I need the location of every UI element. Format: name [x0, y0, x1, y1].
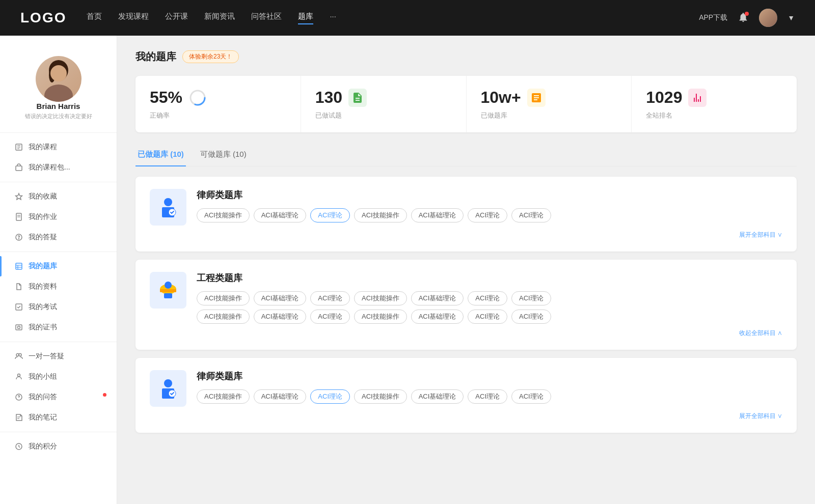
bank-tag[interactable]: ACI基础理论 [254, 310, 307, 324]
bell-button[interactable] [738, 12, 749, 24]
bank-2-name: 律师类题库 [197, 370, 782, 382]
bank-tag[interactable]: ACI理论 [468, 291, 507, 305]
rank-label: 全站排名 [646, 111, 782, 120]
sidebar-divider-2 [0, 251, 117, 252]
sidebar-item-profile[interactable]: 我的资料 [0, 276, 117, 297]
user-chevron-icon[interactable]: ▼ [787, 14, 795, 22]
sidebar-item-qa[interactable]: 我的答疑 [0, 227, 117, 247]
bank-icon [14, 262, 23, 271]
sidebar-item-my-qa[interactable]: 我的问答 [0, 387, 117, 407]
done-value: 130 [315, 88, 342, 107]
sidebar-item-cert[interactable]: 我的证书 [0, 317, 117, 338]
file-icon [14, 282, 23, 291]
accuracy-label: 正确率 [150, 111, 286, 120]
main-content: 我的题库 体验剩余23天！ 55% 正确率 [117, 36, 815, 504]
star-icon [14, 192, 23, 201]
tab-available[interactable]: 可做题库 (10) [198, 145, 249, 166]
bank-2-expand[interactable]: 展开全部科目 ∨ [739, 412, 782, 421]
bank-tag[interactable]: ACI理论 [511, 208, 551, 222]
sidebar-item-bank[interactable]: 我的题库 [0, 256, 117, 276]
sidebar-profile: Brian Harris 错误的决定比没有决定要好 [0, 48, 117, 133]
bank-tag[interactable]: ACI技能操作 [354, 310, 407, 324]
nav-discover[interactable]: 发现课程 [118, 12, 149, 24]
rank-value: 1029 [646, 88, 682, 107]
svg-point-38 [165, 282, 172, 289]
bank-card-2: 律师类题库 ACI技能操作 ACI基础理论 ACI理论 ACI技能操作 ACI基… [135, 358, 797, 433]
sidebar-item-homework[interactable]: 我的作业 [0, 207, 117, 227]
sidebar-item-package[interactable]: 我的课程包... [0, 157, 117, 178]
bank-tag[interactable]: ACI理论 [468, 208, 507, 222]
svg-rect-36 [160, 289, 176, 292]
user-name: Brian Harris [37, 102, 80, 110]
bank-tag[interactable]: ACI理论 [468, 389, 507, 404]
rank-icon [688, 89, 707, 107]
bank-0-expand[interactable]: 展开全部科目 ∨ [739, 231, 782, 239]
tab-done[interactable]: 已做题库 (10) [135, 145, 186, 166]
sidebar-item-course[interactable]: 我的课程 [0, 137, 117, 157]
sidebar-item-one-one[interactable]: 一对一答疑 [0, 346, 117, 367]
app-download[interactable]: APP下载 [699, 13, 727, 22]
svg-rect-37 [164, 293, 172, 298]
nav-open[interactable]: 公开课 [165, 12, 188, 24]
bank-tag[interactable]: ACI理论 [468, 310, 507, 324]
bank-tag[interactable]: ACI理论 [511, 389, 551, 404]
svg-point-24 [19, 354, 21, 356]
pie-icon [188, 89, 207, 107]
user-motto: 错误的决定比没有决定要好 [17, 113, 100, 120]
bank-tag[interactable]: ACI基础理论 [411, 310, 464, 324]
nav-home[interactable]: 首页 [87, 12, 102, 24]
cert-icon [14, 323, 23, 332]
sidebar-item-exam[interactable]: 我的考试 [0, 297, 117, 317]
user-avatar[interactable] [759, 9, 777, 27]
sidebar-item-group[interactable]: 我的小组 [0, 367, 117, 387]
bank-tag[interactable]: ACI基础理论 [254, 389, 307, 404]
bank-tag[interactable]: ACI基础理论 [254, 291, 307, 305]
bank-tag[interactable]: ACI技能操作 [354, 208, 407, 222]
bank-tag[interactable]: ACI技能操作 [197, 389, 250, 404]
stat-done: 130 已做试题 [301, 76, 467, 132]
stats-row: 55% 正确率 130 [135, 76, 797, 132]
navbar: LOGO 首页 发现课程 公开课 新闻资讯 问答社区 题库 ··· APP下载 … [0, 0, 815, 36]
nav-more[interactable]: ··· [330, 12, 336, 24]
bank-tag[interactable]: ACI技能操作 [197, 208, 250, 222]
list-icon [527, 89, 546, 107]
page-title: 我的题库 [135, 50, 176, 64]
stat-rank: 1029 全站排名 [632, 76, 797, 132]
bank-tag[interactable]: ACI技能操作 [354, 291, 407, 305]
bank-tag[interactable]: ACI技能操作 [354, 389, 407, 404]
nav-news[interactable]: 新闻资讯 [204, 12, 235, 24]
bank-tag[interactable]: ACI理论 [310, 310, 350, 324]
sidebar-item-points[interactable]: 我的积分 [0, 436, 117, 457]
svg-rect-16 [16, 263, 22, 269]
svg-point-32 [164, 198, 172, 206]
bank-tag-active[interactable]: ACI理论 [310, 389, 350, 404]
sidebar-item-favorites[interactable]: 我的收藏 [0, 186, 117, 207]
nav-bank[interactable]: 题库 [298, 12, 313, 24]
bank-tag[interactable]: ACI理论 [511, 291, 551, 305]
svg-point-22 [18, 326, 20, 329]
bank-1-collapse[interactable]: 收起全部科目 ∧ [739, 329, 782, 338]
bank-tag[interactable]: ACI技能操作 [197, 310, 250, 324]
sidebar-item-notes[interactable]: 我的笔记 [0, 407, 117, 428]
package-icon [14, 163, 23, 172]
stat-banks: 10w+ 已做题库 [467, 76, 632, 132]
bank-0-tags: ACI技能操作 ACI基础理论 ACI理论 ACI技能操作 ACI基础理论 AC… [197, 208, 782, 222]
nav-qa[interactable]: 问答社区 [251, 12, 282, 24]
bank-1-tags-row2: ACI技能操作 ACI基础理论 ACI理论 ACI技能操作 ACI基础理论 AC… [197, 310, 782, 324]
avatar [36, 56, 82, 102]
bank-tag[interactable]: ACI基础理论 [411, 291, 464, 305]
accuracy-value: 55% [150, 88, 182, 107]
bank-tag[interactable]: ACI基础理论 [411, 389, 464, 404]
one-one-icon [14, 352, 23, 361]
bank-0-name: 律师类题库 [197, 189, 782, 201]
qa-notification-dot [103, 393, 106, 397]
banks-value: 10w+ [481, 88, 521, 107]
bank-tag-active[interactable]: ACI理论 [310, 208, 350, 222]
bank-tag[interactable]: ACI理论 [511, 310, 551, 324]
bank-tag[interactable]: ACI理论 [310, 291, 350, 305]
bank-tag[interactable]: ACI基础理论 [254, 208, 307, 222]
bank-tag[interactable]: ACI基础理论 [411, 208, 464, 222]
sidebar-divider-4 [0, 432, 117, 432]
logo[interactable]: LOGO [20, 10, 66, 26]
bank-tag[interactable]: ACI技能操作 [197, 291, 250, 305]
